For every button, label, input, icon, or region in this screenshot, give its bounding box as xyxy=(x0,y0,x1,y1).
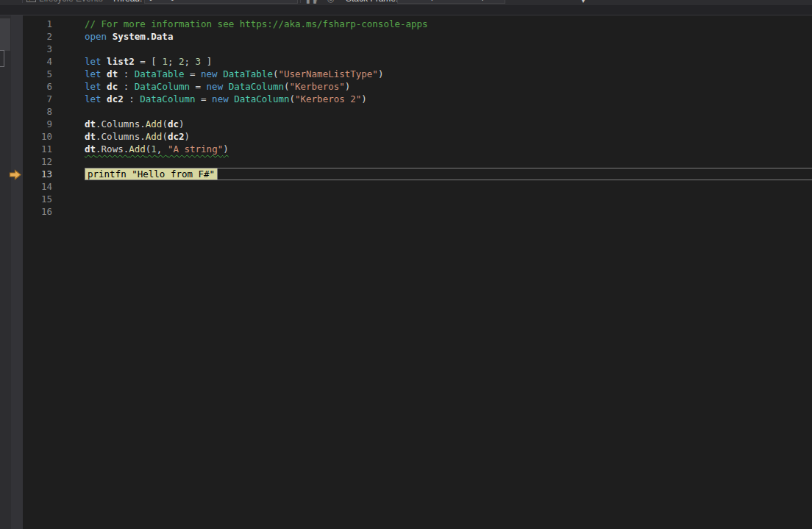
stack-frame-dropdown-value: <StartupCode$fsharpconsole>.$Program xyxy=(402,0,505,1)
line-number: 9 xyxy=(23,118,52,130)
code-line-1[interactable]: 1// For more information see https://aka… xyxy=(23,18,812,30)
code-line-15[interactable]: 15 xyxy=(23,193,812,205)
code-line-14[interactable]: 14 xyxy=(23,180,812,193)
frame-icon[interactable]: ◎ xyxy=(327,0,335,3)
left-panel-fragment xyxy=(0,18,10,51)
line-number: 12 xyxy=(23,155,52,168)
code-line-8[interactable]: 8 xyxy=(23,105,812,118)
code-text: dt.Rows.Add(1, "A string") xyxy=(85,143,229,155)
line-number: 3 xyxy=(23,43,52,55)
code-text: let dc2 : DataColumn = new DataColumn("K… xyxy=(85,93,367,105)
code-text: let list2 = [ 1; 2; 3 ] xyxy=(85,55,212,68)
code-line-10[interactable]: 10dt.Columns.Add(dc2) xyxy=(23,130,812,143)
stack-frame-dropdown[interactable]: <StartupCode$fsharpconsole>.$Program xyxy=(397,0,505,4)
code-line-5[interactable]: 5let dt : DataTable = new DataTable("Use… xyxy=(23,68,812,80)
code-text: dt.Columns.Add(dc2) xyxy=(85,130,190,143)
code-line-4[interactable]: 4let list2 = [ 1; 2; 3 ] xyxy=(23,55,812,68)
left-panel-sliver xyxy=(0,15,11,529)
code-line-2[interactable]: 2open System.Data xyxy=(23,30,812,43)
code-line-9[interactable]: 9dt.Columns.Add(dc) xyxy=(23,118,812,130)
debug-location-toolbar: ⚡ Lifecycle Events Thread: [1932] Main T… xyxy=(0,0,812,5)
current-statement-highlight: printfn "Hello from F#" xyxy=(85,168,218,180)
breakpoint-gutter[interactable] xyxy=(11,15,23,529)
line-number: 4 xyxy=(23,55,52,68)
line-number: 7 xyxy=(23,93,52,105)
vs-debugger-window: ⚡ Lifecycle Events Thread: [1932] Main T… xyxy=(0,0,812,529)
line-number: 11 xyxy=(23,143,52,155)
line-number: 1 xyxy=(23,18,52,30)
lifecycle-events-button[interactable]: Lifecycle Events xyxy=(39,0,103,4)
chevron-down-icon: ▼ xyxy=(581,0,586,4)
line-number: 10 xyxy=(23,130,52,143)
line-number: 13 xyxy=(23,168,52,180)
thread-dropdown[interactable]: [1932] Main Thread ▼ xyxy=(144,0,298,4)
code-text: let dt : DataTable = new DataTable("User… xyxy=(85,68,383,80)
code-line-6[interactable]: 6let dc : DataColumn = new DataColumn("K… xyxy=(23,80,812,93)
toolbar-separator xyxy=(300,0,301,3)
toolbar-editor-divider xyxy=(0,5,812,15)
stack-frame-label: Stack Frame: xyxy=(346,0,398,4)
line-number: 15 xyxy=(23,193,52,205)
warning-squiggle: dt.Rows.Add(1, "A string") xyxy=(85,143,229,155)
current-statement-arrow-icon xyxy=(9,169,22,180)
line-number: 2 xyxy=(23,30,52,43)
toolbar-overflow-button[interactable]: ▼ xyxy=(577,0,589,4)
line-number: 5 xyxy=(23,68,52,80)
code-text: // For more information see https://aka.… xyxy=(85,18,428,30)
code-line-13[interactable]: 13printfn "Hello from F#" xyxy=(23,168,812,180)
code-line-7[interactable]: 7let dc2 : DataColumn = new DataColumn("… xyxy=(23,93,812,105)
lifecycle-events-icon: ⚡ xyxy=(26,0,36,2)
editor-region: 1// For more information see https://aka… xyxy=(0,15,812,529)
code-editor[interactable]: 1// For more information see https://aka… xyxy=(23,15,812,529)
line-number: 14 xyxy=(23,180,52,193)
line-number: 16 xyxy=(23,205,52,218)
toolbar-separator xyxy=(22,0,23,3)
line-number: 8 xyxy=(23,105,52,118)
code-line-11[interactable]: 11dt.Rows.Add(1, "A string") xyxy=(23,143,812,155)
code-text: open System.Data xyxy=(85,30,173,43)
flag-icon[interactable]: ⚐ xyxy=(315,0,322,3)
code-line-16[interactable]: 16 xyxy=(23,205,812,218)
code-lines: 1// For more information see https://aka… xyxy=(23,18,812,218)
code-text: dt.Columns.Add(dc) xyxy=(85,118,185,130)
code-line-12[interactable]: 12 xyxy=(23,155,812,168)
left-panel-button-fragment xyxy=(0,50,4,67)
chevron-down-icon: ▼ xyxy=(288,0,294,1)
thread-dropdown-value: [1932] Main Thread xyxy=(149,0,226,1)
code-line-3[interactable]: 3 xyxy=(23,43,812,55)
thread-label: Thread: xyxy=(112,0,142,4)
current-statement-row: printfn "Hello from F#" xyxy=(85,168,812,180)
line-number: 6 xyxy=(23,80,52,93)
code-text: let dc : DataColumn = new DataColumn("Ke… xyxy=(85,80,350,93)
